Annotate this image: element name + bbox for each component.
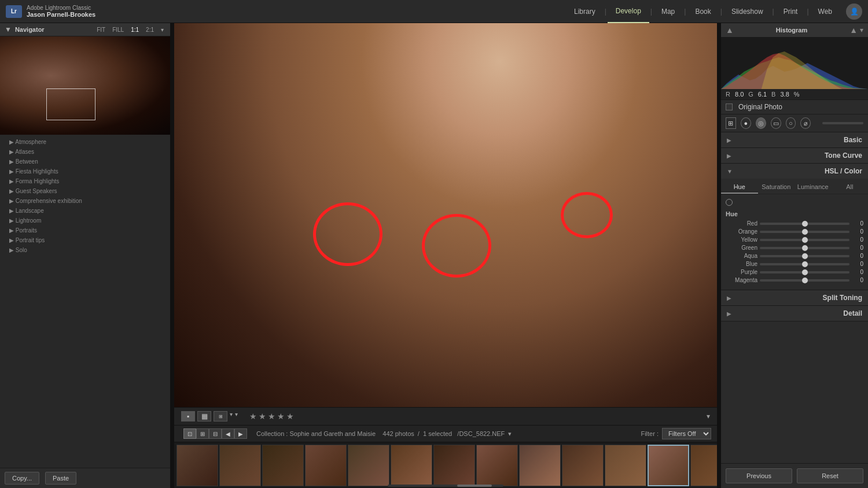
nav-next-icon[interactable]: ▶ — [234, 428, 247, 439]
star-3[interactable]: ★ — [268, 412, 275, 421]
nav-develop[interactable]: Develop — [608, 0, 649, 23]
hsl-tab-all[interactable]: All — [832, 181, 869, 194]
hsl-target-icon[interactable] — [726, 199, 733, 206]
grid-view-btn[interactable]: ⊞ — [214, 411, 227, 422]
star-5[interactable]: ★ — [286, 412, 294, 421]
hsl-tab-hue[interactable]: Hue — [721, 181, 758, 194]
folder-item[interactable]: ▶ Fiesta Highlights — [0, 167, 170, 176]
film-thumb[interactable] — [519, 445, 561, 486]
folder-item[interactable]: ▶ Solo — [0, 245, 170, 255]
hsl-panel-toggle[interactable]: ▼ — [727, 168, 733, 175]
single-mode-icon[interactable]: ⊡ — [183, 428, 196, 439]
zoom-1to1[interactable]: 1:1 — [129, 26, 141, 34]
original-photo-checkbox[interactable] — [726, 103, 733, 110]
hsl-orange-thumb[interactable] — [802, 229, 808, 235]
hsl-yellow-slider[interactable] — [760, 239, 849, 241]
hsl-purple-thumb[interactable] — [802, 269, 808, 275]
copy-button[interactable]: Copy... — [5, 472, 39, 485]
grid-options-arrow[interactable]: ▾ — [230, 411, 233, 422]
hsl-green-thumb[interactable] — [802, 245, 808, 251]
folder-item[interactable]: ▶ Guest Speakers — [0, 186, 170, 196]
nav-library[interactable]: Library — [566, 0, 604, 23]
film-thumb[interactable] — [562, 445, 604, 486]
histogram-menu[interactable]: ▾ — [860, 26, 863, 34]
folder-item[interactable]: ▶ Landscape — [0, 206, 170, 216]
zoom-fill[interactable]: FILL — [111, 26, 126, 34]
filter-select[interactable]: Filters Off Flagged Unflagged — [662, 428, 711, 439]
folder-item[interactable]: ▶ Atlases — [0, 147, 170, 157]
hsl-magenta-slider[interactable] — [760, 279, 849, 282]
navigator-toggle[interactable]: ▼ — [5, 25, 12, 34]
filmstrip-mode-icon[interactable]: ⊞ — [196, 428, 209, 439]
histogram-highlight-clipping[interactable]: ▲ — [849, 25, 858, 35]
nav-prev-icon[interactable]: ◀ — [222, 428, 234, 439]
hsl-red-slider[interactable] — [760, 223, 849, 225]
film-thumb[interactable] — [476, 445, 518, 486]
folder-item[interactable]: ▶ Forma Highlights — [0, 176, 170, 186]
detail-panel-header[interactable]: ▶ Detail — [721, 306, 868, 321]
hsl-aqua-slider[interactable] — [760, 255, 849, 257]
film-thumb-selected[interactable] — [648, 445, 689, 486]
profile-icon[interactable]: 👤 — [846, 3, 862, 20]
star-4[interactable]: ★ — [277, 412, 285, 421]
film-thumb[interactable] — [690, 445, 717, 486]
reset-button[interactable]: Reset — [797, 468, 863, 483]
basic-panel-header[interactable]: ▶ Basic — [721, 132, 868, 147]
film-thumb[interactable] — [219, 445, 261, 486]
basic-panel-toggle[interactable]: ▶ — [727, 137, 731, 143]
star-2[interactable]: ★ — [259, 412, 266, 421]
folder-item[interactable]: ▶ Between — [0, 157, 170, 167]
folder-item[interactable]: ▶ Lightroom — [0, 216, 170, 225]
hsl-green-slider[interactable] — [760, 247, 849, 249]
hsl-red-thumb[interactable] — [802, 221, 808, 227]
hsl-aqua-thumb[interactable] — [802, 253, 808, 259]
graduated-filter-tool[interactable]: ▭ — [771, 117, 781, 129]
grid-mode-icon[interactable]: ⊟ — [209, 428, 222, 439]
toolbar-arrow[interactable]: ▾ — [707, 412, 710, 420]
folder-item[interactable]: ▶ Portraits — [0, 225, 170, 235]
nav-web[interactable]: Web — [810, 0, 840, 23]
hsl-orange-slider[interactable] — [760, 231, 849, 233]
previous-button[interactable]: Previous — [726, 468, 792, 483]
tool-slider[interactable] — [822, 122, 863, 124]
hsl-panel-header[interactable]: ▼ HSL / Color — [721, 164, 868, 179]
film-thumb[interactable] — [262, 445, 304, 486]
hsl-blue-slider[interactable] — [760, 263, 849, 265]
paste-button[interactable]: Paste — [45, 472, 76, 485]
split-toning-panel-toggle[interactable]: ▶ — [727, 295, 731, 301]
tone-curve-panel-header[interactable]: ▶ Tone Curve — [721, 148, 868, 163]
crop-tool[interactable]: ⊞ — [726, 117, 736, 129]
zoom-2to1[interactable]: 2:1 — [144, 26, 156, 34]
compare-view-btn[interactable]: ▦ — [197, 411, 211, 422]
star-1[interactable]: ★ — [249, 412, 257, 421]
film-thumb[interactable] — [605, 445, 646, 486]
view-options-arrow[interactable]: ▾ — [235, 411, 238, 422]
histogram-shadow-clipping[interactable]: ▲ — [726, 25, 734, 35]
detail-panel-toggle[interactable]: ▶ — [727, 310, 731, 317]
film-thumb[interactable] — [348, 445, 389, 486]
adjustment-brush-tool[interactable]: ⌀ — [800, 117, 811, 129]
hsl-yellow-thumb[interactable] — [802, 237, 808, 243]
hsl-tab-saturation[interactable]: Saturation — [758, 181, 795, 194]
single-view-btn[interactable]: ▪ — [181, 411, 195, 422]
film-thumb[interactable] — [305, 445, 347, 486]
nav-map[interactable]: Map — [653, 0, 683, 23]
tone-curve-panel-toggle[interactable]: ▶ — [727, 153, 731, 159]
hsl-blue-thumb[interactable] — [802, 261, 808, 267]
nav-book[interactable]: Book — [687, 0, 719, 23]
folder-item[interactable]: ▶ Comprehensive exhibition — [0, 196, 170, 206]
spot-removal-tool[interactable]: ● — [741, 117, 751, 129]
radial-filter-tool[interactable]: ○ — [786, 117, 796, 129]
image-container[interactable] — [174, 23, 717, 407]
hsl-purple-slider[interactable] — [760, 271, 849, 273]
red-eye-tool[interactable]: ◎ — [756, 117, 766, 129]
folder-item[interactable]: ▶ Atmosphere — [0, 137, 170, 147]
film-thumb[interactable] — [176, 445, 218, 486]
zoom-fit[interactable]: FIT — [95, 26, 107, 34]
zoom-more[interactable]: ▾ — [159, 26, 165, 34]
film-thumb[interactable] — [433, 445, 475, 486]
nav-print[interactable]: Print — [775, 0, 806, 23]
hsl-magenta-thumb[interactable] — [802, 278, 808, 283]
nav-slideshow[interactable]: Slideshow — [723, 0, 771, 23]
hsl-tab-luminance[interactable]: Luminance — [795, 181, 832, 194]
